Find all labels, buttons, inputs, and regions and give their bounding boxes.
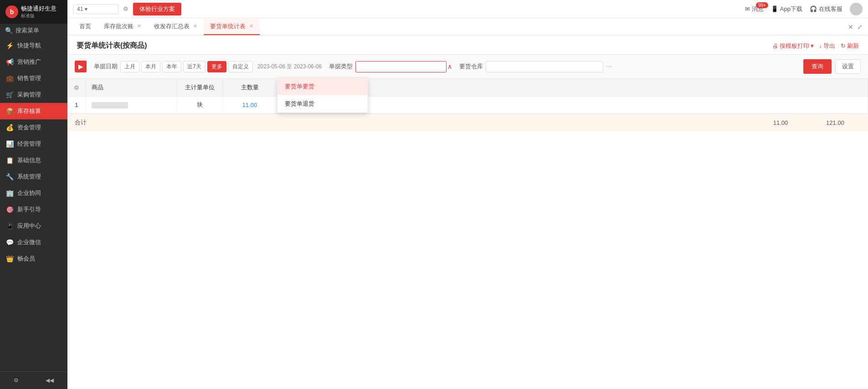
header-gear-icon[interactable]: ⚙ [123, 5, 128, 12]
window-controls: ✕ ⤢ [848, 23, 863, 31]
qty-link[interactable]: 11.00 [242, 102, 257, 108]
table-settings-icon[interactable]: ⚙ [67, 79, 86, 97]
sidebar-item-label: 应用中心 [17, 222, 41, 230]
window-expand-btn[interactable]: ⤢ [857, 23, 863, 31]
app-logo: b 畅捷通好生意 标准版 [0, 0, 67, 24]
sidebar-item-operation[interactable]: 📊 经营管理 [0, 136, 67, 152]
enterprise-icon: 🏢 [5, 189, 14, 197]
app-download-link[interactable]: 📱 App下载 [771, 5, 802, 13]
tab-close-receivable-summary[interactable]: ✕ [193, 23, 197, 29]
filter-bar: ▶ 单据日期 上月 本月 本年 近7天 更多 自定义 2023-05-06 至 … [67, 54, 868, 79]
logo-icon: b [5, 5, 18, 18]
message-count: 99+ [756, 2, 768, 8]
sales-icon: 💼 [5, 74, 14, 82]
filter-right-buttons: 查询 设置 [803, 59, 861, 74]
industry-button[interactable]: 体验行业方案 [133, 3, 181, 15]
sidebar-item-label: 畅会员 [17, 255, 35, 263]
date-btn-last-month[interactable]: 上月 [120, 61, 139, 72]
sidebar-item-basic[interactable]: 📋 基础信息 [0, 152, 67, 169]
marketing-icon: 📢 [5, 58, 14, 66]
tab-order-summary[interactable]: 要货单统计表 ✕ [204, 19, 260, 35]
sidebar-item-vip[interactable]: 👑 畅会员 [0, 251, 67, 267]
date-btn-custom[interactable]: 自定义 [228, 61, 253, 72]
sidebar-item-label: 库存核算 [17, 107, 41, 115]
data-table-wrapper: ⚙ 商品 主计量单位 主数量 零售金额 1 块 [67, 79, 868, 113]
sidebar-item-label: 资金管理 [17, 123, 41, 132]
query-button[interactable]: 查询 [803, 59, 832, 74]
refresh-action[interactable]: ↻ 刷新 [841, 42, 859, 50]
print-label: 按模板打印 [780, 42, 809, 50]
sidebar-item-label: 企业微信 [17, 238, 41, 246]
mobile-icon: 📱 [771, 5, 778, 12]
table-body: 1 块 11.00 121.00 [67, 97, 868, 113]
tab-close-order-summary[interactable]: ✕ [249, 23, 253, 29]
sidebar-item-label: 基础信息 [17, 156, 41, 164]
message-icon: ✉ [745, 5, 750, 12]
sidebar-item-search[interactable]: 🔍 搜索菜单 [0, 24, 67, 37]
tab-close-inventory-batch[interactable]: ✕ [137, 23, 141, 29]
sidebar-item-marketing[interactable]: 📢 营销推广 [0, 54, 67, 70]
footer-qty: 11.00 [753, 119, 808, 126]
sidebar-item-purchase[interactable]: 🛒 采购管理 [0, 87, 67, 103]
page-content: 要货单统计表(按商品) 🖨 按模板打印 ▾ ↓ 导出 ↻ 刷新 ▶ [67, 36, 868, 389]
message-badge[interactable]: ✉ 消息 99+ [745, 5, 764, 13]
settings-button[interactable]: 设置 [835, 59, 861, 74]
sidebar-item-label: 销售管理 [17, 74, 41, 82]
sidebar-item-appstore[interactable]: 📱 应用中心 [0, 218, 67, 234]
tab-inventory-batch[interactable]: 库存批次账 ✕ [98, 19, 148, 35]
tab-home[interactable]: 首页 [73, 19, 98, 35]
tab-label: 要货单统计表 [210, 22, 246, 31]
filter-expand-btn[interactable]: ▶ [75, 61, 87, 72]
date-btn-this-year[interactable]: 本年 [162, 61, 181, 72]
appstore-icon: 📱 [5, 222, 14, 230]
type-filter-arrow[interactable]: ∧ [447, 63, 452, 70]
store-selector[interactable]: 41 ▾ [73, 4, 118, 14]
inventory-icon: 📦 [5, 107, 14, 115]
wechat-icon: 💬 [5, 238, 14, 246]
tab-receivable-summary[interactable]: 收发存汇总表 ✕ [148, 19, 204, 35]
dropdown-item-order-return[interactable]: 要货单退货 [277, 95, 368, 113]
sidebar-item-system[interactable]: 🔧 系统管理 [0, 169, 67, 185]
sidebar-item-guide[interactable]: 🎯 新手引导 [0, 201, 67, 218]
tab-bar: 首页 库存批次账 ✕ 收发存汇总表 ✕ 要货单统计表 ✕ ✕ ⤢ [67, 18, 868, 36]
sidebar-item-sales[interactable]: 💼 销售管理 [0, 70, 67, 87]
warehouse-filter-input[interactable] [486, 61, 603, 72]
date-btn-this-month[interactable]: 本月 [141, 61, 160, 72]
date-range-display: 2023-05-06 至 2023-06-06 [257, 63, 322, 71]
app-name-block: 畅捷通好生意 标准版 [21, 5, 56, 19]
user-avatar[interactable] [850, 3, 863, 15]
warehouse-more-btn[interactable]: ··· [606, 62, 612, 71]
sidebar-collapse-btn[interactable]: ◀◀ [42, 375, 57, 385]
store-name: 41 [77, 6, 83, 12]
date-btn-last-7-days[interactable]: 近7天 [183, 61, 205, 72]
sidebar-item-finance[interactable]: 💰 资金管理 [0, 119, 67, 136]
type-filter-input[interactable] [355, 61, 447, 72]
dropdown-item-order-goods[interactable]: 要货单要货 [277, 78, 368, 95]
product-placeholder [92, 102, 128, 108]
col-header-qty: 主数量 [222, 79, 277, 97]
top-header: 41 ▾ ⚙ 体验行业方案 ✉ 消息 99+ 📱 App下载 🎧 在线客服 [67, 0, 868, 18]
footer-total-label: 合计 [75, 119, 87, 126]
export-action[interactable]: ↓ 导出 [819, 42, 836, 50]
online-service-link[interactable]: 🎧 在线客服 [810, 5, 842, 13]
export-label: 导出 [823, 42, 835, 50]
sidebar-item-shortcuts[interactable]: ⚡ 快捷导航 [0, 37, 67, 54]
date-filter-label: 单据日期 [94, 62, 118, 71]
footer-amount: 121.00 [808, 119, 863, 126]
sidebar-item-wechat[interactable]: 💬 企业微信 [0, 234, 67, 251]
date-btn-more[interactable]: 更多 [207, 61, 226, 72]
vip-icon: 👑 [5, 255, 14, 263]
print-action[interactable]: 🖨 按模板打印 ▾ [772, 42, 814, 50]
sidebar-item-label: 新手引导 [17, 205, 41, 214]
sidebar-settings-btn[interactable]: ⚙ [10, 375, 22, 385]
sidebar-item-label: 采购管理 [17, 91, 41, 99]
window-close-btn[interactable]: ✕ [848, 23, 853, 31]
print-dropdown-arrow: ▾ [811, 42, 814, 49]
sidebar-item-enterprise[interactable]: 🏢 企业协同 [0, 185, 67, 201]
sidebar-item-inventory[interactable]: 📦 库存核算 [0, 103, 67, 119]
cell-num: 1 [67, 97, 86, 113]
table-footer: 合计 11.00 121.00 [67, 113, 868, 131]
operation-icon: 📊 [5, 140, 14, 148]
store-dropdown-arrow: ▾ [85, 6, 87, 12]
sidebar-item-label: 经营管理 [17, 140, 41, 148]
